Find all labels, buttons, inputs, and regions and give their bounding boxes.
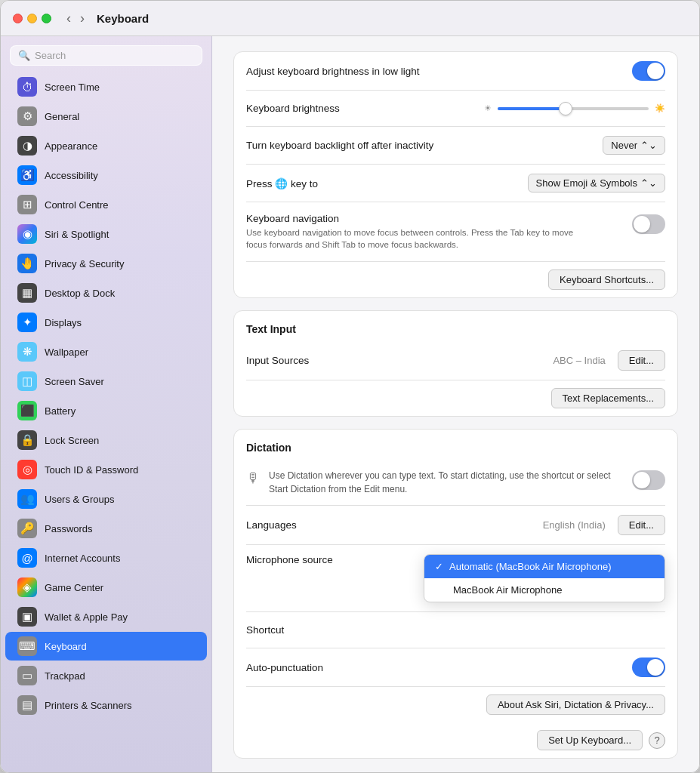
sidebar-item-game-center[interactable]: ◈Game Center: [5, 573, 207, 602]
settings-panel: Adjust keyboard brightness in low light …: [212, 36, 699, 772]
languages-value: English (India): [543, 519, 606, 531]
sidebar-item-internet-accounts[interactable]: @Internet Accounts: [5, 544, 207, 572]
sidebar-icon-game-center: ◈: [17, 577, 37, 597]
languages-edit-button[interactable]: Edit...: [618, 515, 665, 535]
sidebar-label-users-groups: Users & Groups: [45, 494, 114, 505]
slider-thumb[interactable]: [559, 102, 572, 115]
sidebar-icon-screen-time: ⏱: [17, 77, 37, 97]
sidebar-item-general[interactable]: ⚙General: [5, 102, 207, 131]
sidebar-item-screen-time[interactable]: ⏱Screen Time: [5, 72, 207, 101]
sidebar-icon-appearance: ◑: [17, 136, 37, 156]
input-sources-edit-button[interactable]: Edit...: [618, 350, 665, 371]
sidebar-label-battery: Battery: [45, 405, 76, 417]
traffic-lights: [13, 14, 51, 23]
backlight-dropdown[interactable]: Never ⌃⌄: [603, 136, 665, 155]
microphone-option-automatic-label: Automatic (MacBook Air Microphone): [449, 561, 612, 572]
keyboard-nav-label: Keyboard navigation: [246, 213, 586, 224]
help-button[interactable]: ?: [649, 732, 665, 749]
back-button[interactable]: ‹: [63, 10, 74, 26]
press-key-label: Press 🌐 key to: [246, 177, 318, 189]
microphone-option-automatic[interactable]: ✓ Automatic (MacBook Air Microphone): [424, 555, 665, 578]
sidebar-icon-wallet-apple-pay: ▣: [17, 607, 37, 627]
microphone-dropdown-wrapper: ✓ Automatic (MacBook Air Microphone) Mac…: [424, 554, 665, 602]
sidebar-item-screen-saver[interactable]: ◫Screen Saver: [5, 367, 207, 396]
sidebar-item-lock-screen[interactable]: 🔒Lock Screen: [5, 426, 207, 454]
about-button[interactable]: About Ask Siri, Dictation & Privacy...: [486, 694, 665, 715]
sidebar-label-appearance: Appearance: [45, 140, 97, 152]
sidebar-item-touch-id[interactable]: ◎Touch ID & Password: [5, 455, 207, 484]
press-key-dropdown[interactable]: Show Emoji & Symbols ⌃⌄: [528, 174, 665, 192]
keyboard-nav-toggle[interactable]: [632, 214, 665, 234]
keyboard-shortcuts-button[interactable]: Keyboard Shortcuts...: [548, 269, 665, 290]
search-icon: 🔍: [18, 50, 30, 61]
sidebar-icon-lock-screen: 🔒: [17, 430, 37, 450]
mic-icon: 🎙: [246, 469, 260, 486]
sidebar-icon-screen-saver: ◫: [17, 371, 37, 391]
sidebar-item-siri-spotlight[interactable]: ◉Siri & Spotlight: [5, 220, 207, 248]
sidebar-item-displays[interactable]: ✦Displays: [5, 308, 207, 337]
sidebar-item-passwords[interactable]: 🔑Passwords: [5, 514, 207, 543]
sidebar-item-wallet-apple-pay[interactable]: ▣Wallet & Apple Pay: [5, 602, 207, 631]
forward-button[interactable]: ›: [77, 10, 88, 26]
search-input[interactable]: [35, 50, 194, 61]
auto-punctuation-toggle[interactable]: [632, 658, 665, 677]
sidebar: 🔍 ⏱Screen Time⚙General◑Appearance♿Access…: [1, 36, 212, 772]
input-sources-value: ABC – India: [553, 355, 605, 366]
sidebar-item-users-groups[interactable]: 👥Users & Groups: [5, 485, 207, 513]
sidebar-label-printers-scanners: Printers & Scanners: [45, 700, 132, 711]
slider-fill: [498, 107, 566, 110]
auto-punctuation-thumb: [647, 659, 664, 676]
search-box[interactable]: 🔍: [10, 45, 202, 66]
sidebar-icon-keyboard: ⌨: [17, 636, 37, 656]
sidebar-item-battery[interactable]: ⬛Battery: [5, 396, 207, 425]
checkmark-icon: ✓: [435, 561, 443, 572]
nav-buttons: ‹ ›: [63, 10, 88, 26]
sidebar-item-wallpaper[interactable]: ❋Wallpaper: [5, 337, 207, 366]
brightness-slider-container: ☀ ☀️: [484, 103, 665, 113]
window-title: Keyboard: [97, 12, 149, 25]
sidebar-item-desktop-dock[interactable]: ▦Desktop & Dock: [5, 279, 207, 307]
adjust-brightness-toggle[interactable]: [632, 61, 665, 81]
close-button[interactable]: [13, 14, 23, 23]
brightness-track[interactable]: [498, 107, 649, 110]
sidebar-item-accessibility[interactable]: ♿Accessibility: [5, 161, 207, 189]
input-sources-control: ABC – India Edit...: [553, 350, 665, 371]
sidebar-label-wallet-apple-pay: Wallet & Apple Pay: [45, 611, 128, 623]
setup-keyboard-button[interactable]: Set Up Keyboard...: [537, 730, 643, 750]
sidebar-item-appearance[interactable]: ◑Appearance: [5, 131, 207, 160]
press-key-chevron: ⌃⌄: [640, 177, 657, 189]
text-replacements-button[interactable]: Text Replacements...: [551, 388, 665, 408]
microphone-option-macbook[interactable]: MacBook Air Microphone: [424, 578, 665, 602]
sidebar-icon-siri-spotlight: ◉: [17, 224, 37, 244]
sidebar-label-passwords: Passwords: [45, 523, 93, 534]
sidebar-item-printers-scanners[interactable]: ▤Printers & Scanners: [5, 691, 207, 719]
sidebar-icon-accessibility: ♿: [17, 165, 37, 185]
microphone-source-popup: ✓ Automatic (MacBook Air Microphone) Mac…: [424, 554, 665, 602]
sidebar-item-trackpad[interactable]: ▭Trackpad: [5, 661, 207, 690]
toggle-thumb: [647, 63, 664, 79]
brightness-high-icon: ☀️: [655, 103, 665, 113]
sidebar-icon-touch-id: ◎: [17, 460, 37, 479]
shortcut-row: Shortcut: [246, 612, 665, 648]
backlight-value: Never: [611, 140, 637, 151]
brightness-slider-row: Keyboard brightness ☀ ☀️: [246, 91, 665, 127]
sidebar-icon-printers-scanners: ▤: [17, 695, 37, 715]
keyboard-section-inner: Adjust keyboard brightness in low light …: [234, 52, 677, 297]
sidebar-label-keyboard: Keyboard: [45, 641, 87, 652]
about-row: About Ask Siri, Dictation & Privacy...: [246, 687, 665, 722]
sidebar-label-trackpad: Trackpad: [45, 670, 85, 682]
press-key-value: Show Emoji & Symbols: [536, 177, 637, 189]
sidebar-item-keyboard[interactable]: ⌨Keyboard: [5, 632, 207, 661]
dictation-description: Use Dictation wherever you can type text…: [269, 469, 623, 496]
auto-punctuation-row: Auto-punctuation: [246, 648, 665, 687]
sidebar-icon-trackpad: ▭: [17, 666, 37, 685]
dictation-toggle[interactable]: [632, 470, 665, 490]
sidebar-icon-privacy-security: 🤚: [17, 254, 37, 273]
sidebar-item-privacy-security[interactable]: 🤚Privacy & Security: [5, 249, 207, 278]
maximize-button[interactable]: [42, 14, 51, 23]
brightness-slider-label: Keyboard brightness: [246, 103, 340, 114]
minimize-button[interactable]: [27, 14, 37, 23]
sidebar-item-control-centre[interactable]: ⊞Control Centre: [5, 190, 207, 219]
system-preferences-window: ‹ › Keyboard 🔍 ⏱Screen Time⚙General◑Appe…: [0, 0, 700, 773]
setup-row: Set Up Keyboard... ?: [246, 722, 665, 758]
